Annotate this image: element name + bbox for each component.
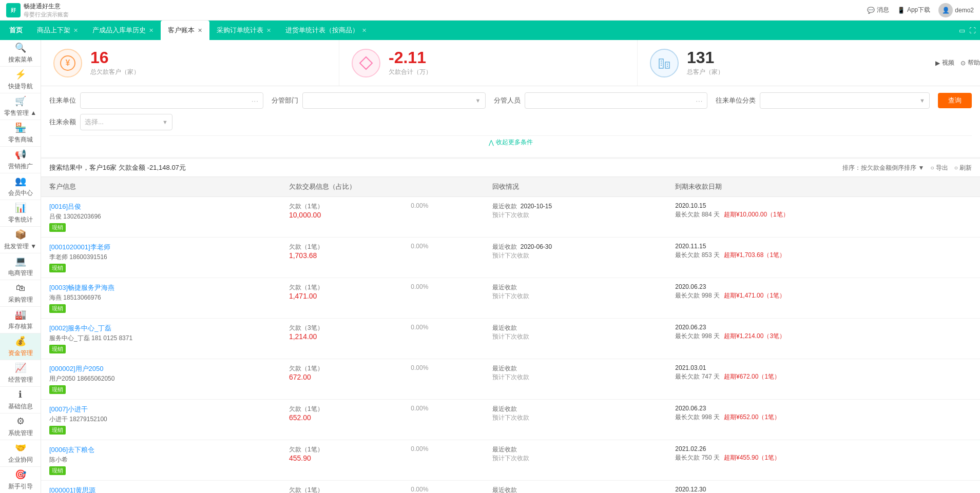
tab-home[interactable]: 首页 <box>2 21 30 40</box>
sidebar-item-ecommerce[interactable]: 💻 电商管理 <box>0 253 41 280</box>
refresh-icon: ○ <box>954 164 958 171</box>
app-download-btn[interactable]: 📱 App下载 <box>897 6 930 14</box>
overdue-label-4[interactable]: 超期¥672.00（1笔） <box>724 372 780 381</box>
unit-class-input[interactable]: ▼ <box>760 92 930 109</box>
user-menu[interactable]: 👤 demo2 <box>938 3 974 17</box>
chevron-up-icon: ⋀ <box>489 139 494 146</box>
sidebar-item-retail-stats-label: 零售统计 <box>8 215 33 224</box>
stat-owed-customers-icon: ¥ <box>53 49 82 77</box>
dept-input[interactable]: ▼ <box>302 92 486 109</box>
sidebar-item-retail-mall-label: 零售商城 <box>8 135 33 144</box>
customer-contact-4: 用户2050 18665062050 <box>49 374 273 383</box>
customer-name-link-6[interactable]: [0006]去下粮仓 <box>49 446 94 453</box>
sidebar-item-finance[interactable]: 💰 资金管理 <box>0 333 41 360</box>
cell-debt-pct-5: 0.00% <box>402 400 484 440</box>
table-row: [0003]畅捷服务尹海燕 海燕 18513066976 现销 欠款（1笔） 1… <box>41 278 980 319</box>
overdue-label-5[interactable]: 超期¥652.00（1笔） <box>724 413 780 422</box>
stats-bar: ¥ 16 总欠款客户（家） -2.11 欠款合计（万） <box>41 40 980 86</box>
video-action[interactable]: ▶ 视频 <box>935 58 954 67</box>
customer-name-link-7[interactable]: [000001]黄思源 <box>49 486 95 493</box>
message-btn[interactable]: 💬 消息 <box>867 6 889 14</box>
next-collect-2: 预计下次收款 <box>492 292 659 301</box>
cell-debt-info-4: 欠款（1笔） 672.00 <box>281 359 402 400</box>
latest-collect-label-1: 最近收款 2020-06-30 <box>492 243 659 251</box>
source-unit-input[interactable]: ··· <box>80 92 263 109</box>
export-label: 导出 <box>936 164 948 172</box>
sidebar-item-new-guide[interactable]: 🎯 新手引导 <box>0 467 41 493</box>
tab-purchase-order[interactable]: 采购订单统计表 ✕ <box>209 21 278 40</box>
sidebar-item-basic-info[interactable]: ℹ 基础信息 <box>0 387 41 413</box>
tab-purchase-order-close[interactable]: ✕ <box>266 27 271 34</box>
customer-name-link-4[interactable]: [000002]用户2050 <box>49 365 104 372</box>
overdue-label-1[interactable]: 超期¥1,703.68（1笔） <box>724 251 785 260</box>
sidebar-item-batch-mgmt[interactable]: 📦 批发管理 ▼ <box>0 227 41 253</box>
sidebar-item-enterprise[interactable]: 🤝 企业协同 <box>0 440 41 467</box>
sidebar-item-sys-mgmt[interactable]: ⚙ 系统管理 <box>0 413 41 440</box>
help-action[interactable]: ⊙ 帮助 <box>960 58 980 67</box>
tab-products-history[interactable]: 产成品入库单历史 ✕ <box>85 21 161 40</box>
tab-maximize-icon[interactable]: ⛶ <box>969 27 976 34</box>
sidebar-item-warehouse[interactable]: 🏭 库存核算 <box>0 307 41 333</box>
sidebar-item-retail-mgmt[interactable]: 🛒 零售管理 ▲ <box>0 93 41 120</box>
tab-customer-account-close[interactable]: ✕ <box>198 27 202 34</box>
manager-input[interactable]: ··· <box>525 92 708 109</box>
overdue-label-6[interactable]: 超期¥455.90（1笔） <box>724 453 780 462</box>
video-icon: ▶ <box>935 60 940 67</box>
customer-name-link-3[interactable]: [0002]服务中心_丁磊 <box>49 324 111 332</box>
col-debt-info: 欠款交易信息（占比） <box>281 177 484 197</box>
brand-sub: 母婴行业演示账套 <box>24 11 69 18</box>
svg-rect-4 <box>665 62 669 68</box>
balance-input[interactable]: 选择... ▼ <box>80 114 172 130</box>
tab-customer-account[interactable]: 客户账本 ✕ <box>161 21 209 40</box>
sidebar-item-search-menu[interactable]: 🔍 搜索菜单 <box>0 40 41 67</box>
cell-recovery-3: 最近收款 预计下次收款 <box>484 319 667 359</box>
manager-more-icon: ··· <box>696 97 703 105</box>
search-button[interactable]: 查询 <box>938 93 972 108</box>
customer-name-link-2[interactable]: [0003]畅捷服务尹海燕 <box>49 284 114 291</box>
debt-pct-5: 0.00% <box>411 405 476 412</box>
tab-purchase-stats-close[interactable]: ✕ <box>362 27 367 34</box>
customer-tag-4: 现销 <box>49 385 66 394</box>
export-icon: ○ <box>931 164 934 171</box>
overdue-label-2[interactable]: 超期¥1,471.00（1笔） <box>724 291 785 300</box>
batch-mgmt-icon: 📦 <box>15 229 26 240</box>
tab-products-online[interactable]: 商品上下架 ✕ <box>30 21 85 40</box>
sidebar-item-quick-nav[interactable]: ⚡ 快捷导航 <box>0 67 41 93</box>
sidebar-item-retail-stats[interactable]: 📊 零售统计 <box>0 200 41 227</box>
max-days-4: 最长欠款 747 天 <box>675 372 720 381</box>
refresh-btn[interactable]: ○ 刷新 <box>954 164 972 172</box>
sidebar-item-retail-mall[interactable]: 🏪 零售商城 <box>0 120 41 147</box>
source-unit-more-icon: ··· <box>252 97 259 105</box>
customer-name-link-1[interactable]: [0001020001]李老师 <box>49 243 110 251</box>
collapse-btn[interactable]: ⋀ 收起更多条件 <box>49 135 972 149</box>
sidebar-item-purchase[interactable]: 🛍 采购管理 <box>0 280 41 307</box>
export-btn[interactable]: ○ 导出 <box>931 164 948 172</box>
cell-customer-info-1: [0001020001]李老师 李老师 18600391516 现销 <box>41 238 281 278</box>
customer-tag-6: 现销 <box>49 466 66 475</box>
filter-balance-label: 往来余额 <box>49 117 76 127</box>
debt-amount-4: 672.00 <box>289 373 394 381</box>
sidebar-item-member[interactable]: 👥 会员中心 <box>0 173 41 200</box>
tab-products-online-close[interactable]: ✕ <box>73 27 78 34</box>
sidebar-item-mkt-promo[interactable]: 📢 营销推广 <box>0 147 41 173</box>
tab-products-online-label: 商品上下架 <box>37 26 70 35</box>
sort-control[interactable]: 排序：按欠款金额倒序排序 ▼ <box>842 164 925 172</box>
finance-icon: 💰 <box>15 336 26 347</box>
customer-name-link-0[interactable]: [0016]吕俊 <box>49 203 81 210</box>
customer-name-link-5[interactable]: [0007]小进干 <box>49 405 88 413</box>
tab-minimize-icon[interactable]: ▭ <box>959 27 965 34</box>
sort-label: 排序：按欠款金额倒序排序 <box>842 164 916 172</box>
cell-debt-info-7: 欠款（1笔） 429.00 <box>281 481 402 494</box>
overdue-label-0[interactable]: 超期¥10,000.00（1笔） <box>724 210 789 219</box>
tab-products-history-close[interactable]: ✕ <box>149 27 153 34</box>
overdue-label-3[interactable]: 超期¥1,214.00（3笔） <box>724 332 785 341</box>
unit-class-chevron-icon: ▼ <box>919 97 925 104</box>
tab-purchase-stats[interactable]: 进货单统计表（按商品） ✕ <box>278 21 374 40</box>
cell-customer-info-0: [0016]吕俊 吕俊 13026203696 现销 <box>41 197 281 238</box>
sidebar-item-biz-mgmt[interactable]: 📈 经营管理 <box>0 360 41 387</box>
filter-row-2: 往来余额 选择... ▼ <box>49 114 972 130</box>
tab-nav: 首页 商品上下架 ✕ 产成品入库单历史 ✕ 客户账本 ✕ 采购订单统计表 ✕ 进… <box>0 21 980 40</box>
cell-due-date-1: 2020.11.15 最长欠款 853 天 超期¥1,703.68（1笔） <box>667 238 980 278</box>
cell-recovery-7: 最近收款 预计下次收款 <box>484 481 667 494</box>
logo-icon: 好 <box>6 3 21 17</box>
